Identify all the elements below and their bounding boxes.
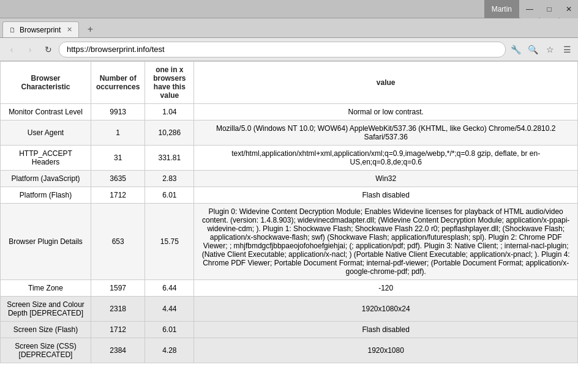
table-row: User Agent110,286Mozilla/5.0 (Windows NT… (1, 120, 578, 146)
cell-value: Mozilla/5.0 (Windows NT 10.0; WOW64) App… (194, 120, 578, 146)
cell-occurrences: 653 (91, 204, 145, 280)
title-bar-right: Martin — □ ✕ (484, 0, 578, 18)
cell-occurrences: 1 (91, 120, 145, 146)
menu-icon[interactable]: ☰ (560, 42, 574, 57)
cell-one-in-x: 6.01 (145, 187, 194, 204)
cell-characteristic: User Agent (1, 120, 91, 146)
cell-value: 1920x1080x24 (194, 297, 578, 322)
cell-occurrences: 9913 (91, 104, 145, 120)
tab-label: Browserprint (20, 26, 61, 34)
address-input[interactable] (59, 42, 506, 57)
search-icon[interactable]: 🔍 (525, 42, 540, 57)
cell-one-in-x: 6.01 (145, 322, 194, 338)
table-row: Screen Size and Colour Depth [DEPRECATED… (1, 297, 578, 322)
cell-occurrences: 1712 (91, 187, 145, 204)
cell-one-in-x: 6.44 (145, 280, 194, 297)
minimize-button[interactable]: — (520, 0, 539, 18)
cell-value: -120 (194, 280, 578, 297)
address-bar: ‹ › ↻ 🔧 🔍 ☆ ☰ (0, 38, 578, 61)
back-button[interactable]: ‹ (4, 42, 20, 57)
cell-characteristic: Browser Plugin Details (1, 204, 91, 280)
cell-one-in-x: 10,286 (145, 120, 194, 146)
extensions-icon[interactable]: 🔧 (508, 42, 523, 57)
table-row: HTTP_ACCEPT Headers31331.81text/html,app… (1, 146, 578, 171)
cell-characteristic: Platform (JavaScript) (1, 171, 91, 187)
cell-occurrences: 2318 (91, 297, 145, 322)
cell-one-in-x: 1.04 (145, 104, 194, 120)
cell-one-in-x: 2.83 (145, 171, 194, 187)
table-row: Browser Plugin Details65315.75Plugin 0: … (1, 204, 578, 280)
cell-one-in-x: 15.75 (145, 204, 194, 280)
cell-occurrences: 2384 (91, 338, 145, 363)
browser-tab[interactable]: 🗋 Browserprint ✕ (2, 21, 79, 37)
header-occurrences: Number of occurrences (91, 62, 145, 104)
cell-one-in-x: 331.81 (145, 146, 194, 171)
cell-value: Flash disabled (194, 322, 578, 338)
tab-bar: 🗋 Browserprint ✕ + (0, 18, 578, 38)
cell-characteristic: HTTP_ACCEPT Headers (1, 146, 91, 171)
cell-characteristic: Screen Size and Colour Depth [DEPRECATED… (1, 297, 91, 322)
tab-close-button[interactable]: ✕ (67, 26, 72, 34)
header-one-in-x: one in x browsers have this value (145, 62, 194, 104)
cell-value: Plugin 0: Widevine Content Decryption Mo… (194, 204, 578, 280)
new-tab-button[interactable]: + (81, 21, 99, 37)
table-row: Platform (JavaScript)36352.83Win32 (1, 171, 578, 187)
fingerprint-table: Browser Characteristic Number of occurre… (0, 61, 578, 363)
table-row: Screen Size (CSS) [DEPRECATED]23844.2819… (1, 338, 578, 363)
page-content: Browser Characteristic Number of occurre… (0, 61, 578, 392)
cell-characteristic: Monitor Contrast Level (1, 104, 91, 120)
cell-occurrences: 1597 (91, 280, 145, 297)
cell-occurrences: 31 (91, 146, 145, 171)
cell-one-in-x: 4.28 (145, 338, 194, 363)
refresh-button[interactable]: ↻ (40, 42, 56, 57)
cell-one-in-x: 4.44 (145, 297, 194, 322)
table-row: Platform (Flash)17126.01Flash disabled (1, 187, 578, 204)
cell-characteristic: Screen Size (CSS) [DEPRECATED] (1, 338, 91, 363)
cell-value: Flash disabled (194, 187, 578, 204)
cell-value: Win32 (194, 171, 578, 187)
cell-characteristic: Platform (Flash) (1, 187, 91, 204)
table-row: Monitor Contrast Level99131.04Normal or … (1, 104, 578, 120)
table-row: Screen Size (Flash)17126.01Flash disable… (1, 322, 578, 338)
cell-value: 1920x1080 (194, 338, 578, 363)
title-bar: Martin — □ ✕ (0, 0, 578, 18)
user-label: Martin (484, 0, 519, 18)
toolbar-icons: 🔧 🔍 ☆ ☰ (508, 42, 574, 57)
cell-occurrences: 3635 (91, 171, 145, 187)
table-row: Time Zone15976.44-120 (1, 280, 578, 297)
header-characteristic: Browser Characteristic (1, 62, 91, 104)
bookmark-icon[interactable]: ☆ (542, 42, 557, 57)
tab-icon: 🗋 (9, 26, 16, 34)
forward-button[interactable]: › (22, 42, 38, 57)
cell-characteristic: Time Zone (1, 280, 91, 297)
header-value: value (194, 62, 578, 104)
cell-value: text/html,application/xhtml+xml,applicat… (194, 146, 578, 171)
maximize-button[interactable]: □ (540, 0, 558, 18)
cell-value: Normal or low contrast. (194, 104, 578, 120)
close-button[interactable]: ✕ (560, 0, 578, 18)
cell-occurrences: 1712 (91, 322, 145, 338)
cell-characteristic: Screen Size (Flash) (1, 322, 91, 338)
